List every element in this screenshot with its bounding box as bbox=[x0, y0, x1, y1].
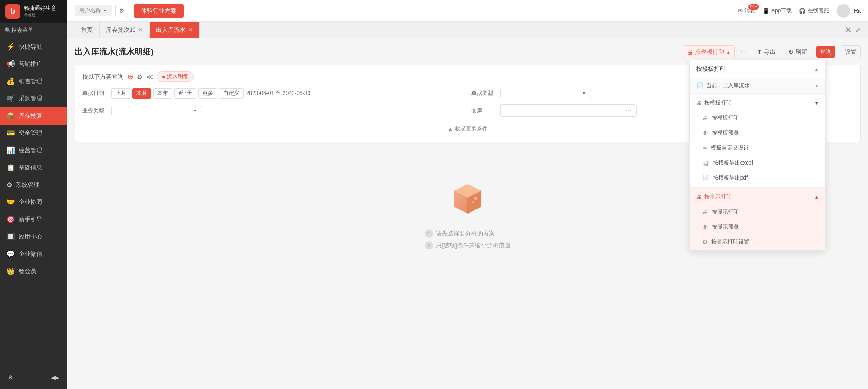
finance-icon: 💳 bbox=[6, 129, 15, 137]
warehouse-select[interactable]: ··· bbox=[500, 104, 637, 117]
template-preview-icon: 👁 bbox=[703, 130, 708, 136]
date-quick-buttons: 上月 本月 本年 近7天 更多 自定义 bbox=[111, 88, 244, 99]
print-chevron-up-icon: ▲ bbox=[726, 50, 731, 55]
topbar: 用户名称 ▼ ⚙ 体验行业方案 ✉ 消息 99+ 📱 App下载 🎧 在线客服 bbox=[67, 0, 868, 22]
search-settings-button[interactable]: ⚙ bbox=[137, 73, 143, 80]
message-icon: ✉ bbox=[738, 8, 743, 14]
date-btn-last-month[interactable]: 上月 bbox=[111, 88, 130, 99]
sidebar-item-finance[interactable]: 💳 资金管理 bbox=[0, 125, 67, 142]
dropdown-item-display-preview[interactable]: 👁 按显示预览 bbox=[690, 219, 825, 234]
refresh-button[interactable]: ↻ 刷新 bbox=[785, 46, 811, 58]
industry-solution-button[interactable]: 体验行业方案 bbox=[134, 4, 184, 18]
sidebar-item-vip[interactable]: 👑 畅会员 bbox=[0, 263, 67, 280]
date-btn-custom[interactable]: 自定义 bbox=[219, 88, 244, 99]
sidebar-item-search[interactable]: 🔍 搜索菜单 bbox=[0, 23, 67, 38]
dots-menu[interactable]: ··· bbox=[740, 48, 746, 56]
page-content: 出入库流水(流水明细) 🖨 按模板打印 ▲ 按模板打印 ▲ bbox=[67, 38, 868, 389]
sidebar-item-basic-info[interactable]: 📋 基础信息 bbox=[0, 159, 67, 176]
current-label-container: 📄 当前：出入库流水 bbox=[696, 82, 750, 90]
date-btn-more[interactable]: 更多 bbox=[198, 88, 217, 99]
sidebar-item-marketing[interactable]: 📢 营销推广 bbox=[0, 55, 67, 73]
print-dropdown-container: 🖨 按模板打印 ▲ 按模板打印 ▲ 📄 bbox=[683, 45, 735, 58]
tab-batch-close[interactable]: ✕ bbox=[138, 27, 143, 33]
type-select[interactable]: ▼ bbox=[500, 89, 591, 98]
user-selector[interactable]: 用户名称 ▼ bbox=[75, 5, 112, 16]
topbar-right: ✉ 消息 99+ 📱 App下载 🎧 在线客服 Rit bbox=[738, 4, 861, 18]
dropdown-item-template-print[interactable]: 🖨 按模板打印 bbox=[690, 110, 825, 125]
sidebar-item-inventory[interactable]: 📦 库存核算 bbox=[0, 107, 67, 125]
filter-tag-stream[interactable]: ● 流水明细 bbox=[157, 71, 194, 82]
sidebar-item-guide[interactable]: 🎯 新手引导 bbox=[0, 211, 67, 228]
dropdown-section-display-header[interactable]: 🖨 按显示打印 ▲ bbox=[690, 190, 825, 204]
topbar-left: 用户名称 ▼ ⚙ 体验行业方案 bbox=[75, 4, 738, 18]
empty-tip-1: 1 请先选择要分析的方案 bbox=[425, 229, 510, 238]
sidebar-item-app-center[interactable]: 🔲 应用中心 bbox=[0, 228, 67, 245]
basic-info-icon: 📋 bbox=[6, 164, 15, 172]
dropdown-item-display-settings[interactable]: ⚙ 按显示打印设置 bbox=[690, 234, 825, 249]
tabs-expand-button[interactable]: ⤢ bbox=[855, 26, 861, 34]
tabs-right-controls: ✕ ⤢ bbox=[845, 25, 861, 35]
date-btn-this-year[interactable]: 本年 bbox=[153, 88, 172, 99]
sidebar-item-quick-nav[interactable]: ⚡ 快捷导航 bbox=[0, 38, 67, 55]
date-control: 上月 本月 本年 近7天 更多 自定义 2023-06-01 至 2023-06… bbox=[111, 88, 464, 99]
search-collapse-button[interactable]: ≪ bbox=[146, 73, 153, 80]
wechat-icon: 💬 bbox=[6, 250, 15, 258]
gear-settings-button[interactable]: ⚙ bbox=[115, 5, 128, 17]
business-type-field: 业务类型 ▼ bbox=[82, 106, 464, 115]
date-btn-this-month[interactable]: 本月 bbox=[132, 88, 151, 99]
display-print-section-icon: 🖨 bbox=[696, 194, 702, 200]
business-type-control: ▼ bbox=[111, 106, 464, 115]
export-icon: ⬆ bbox=[757, 49, 762, 55]
dropdown-item-template-export-excel[interactable]: 📊 按模板导出excel bbox=[690, 155, 825, 170]
sidebar-settings-button[interactable]: ⚙ bbox=[6, 372, 15, 384]
main-content: 用户名称 ▼ ⚙ 体验行业方案 ✉ 消息 99+ 📱 App下载 🎧 在线客服 bbox=[67, 0, 868, 389]
display-settings-icon: ⚙ bbox=[703, 239, 708, 245]
tab-home[interactable]: 首页 bbox=[75, 22, 100, 38]
system-icon: ⚙ bbox=[6, 181, 12, 189]
sidebar-collapse-button[interactable]: ◀▶ bbox=[49, 372, 61, 384]
service-icon: 🎧 bbox=[799, 8, 806, 14]
page-title: 出入库流水(流水明细) bbox=[75, 46, 154, 57]
message-button[interactable]: ✉ 消息 99+ bbox=[738, 7, 755, 15]
search-add-button[interactable]: ⊕ bbox=[127, 72, 133, 81]
filter-tag-icon: ● bbox=[162, 74, 165, 80]
empty-tip-2: 2 用[选项]条件来缩小分析范围 bbox=[425, 241, 510, 249]
warehouse-dots[interactable]: ··· bbox=[626, 106, 632, 115]
dropdown-section-display: 🖨 按显示打印 ▲ 🖨 按显示打印 👁 按显 bbox=[690, 188, 825, 251]
settings-gear-icon: ⚙ bbox=[8, 374, 13, 381]
dropdown-item-template-preview[interactable]: 👁 按模板预览 bbox=[690, 125, 825, 140]
dropdown-current[interactable]: 📄 当前：出入库流水 ▼ bbox=[690, 78, 825, 94]
user-dropdown-icon: ▼ bbox=[103, 8, 107, 13]
dropdown-item-display-export-excel[interactable]: 📊 按显示导出excel bbox=[690, 249, 825, 251]
tab-batch[interactable]: 库存批次账 ✕ bbox=[100, 22, 150, 38]
sidebar-item-purchase[interactable]: 🛒 采购管理 bbox=[0, 90, 67, 107]
export-button[interactable]: ⬆ 导出 bbox=[753, 46, 779, 58]
tabs-close-all-button[interactable]: ✕ bbox=[845, 25, 852, 35]
print-icon: 🖨 bbox=[687, 49, 693, 55]
print-template-button[interactable]: 🖨 按模板打印 ▲ bbox=[683, 45, 735, 58]
sidebar-item-cooperation[interactable]: 🤝 企业协同 bbox=[0, 194, 67, 211]
tab-flow-close[interactable]: ✕ bbox=[188, 27, 193, 33]
template-print-icon: 🖨 bbox=[696, 100, 702, 106]
query-button[interactable]: 查询 bbox=[816, 46, 835, 58]
sidebar-item-wechat[interactable]: 💬 企业微信 bbox=[0, 245, 67, 263]
guide-icon: 🎯 bbox=[6, 215, 15, 224]
sidebar-bottom: ⚙ ◀▶ bbox=[0, 366, 67, 389]
sidebar-item-system[interactable]: ⚙ 系统管理 bbox=[0, 176, 67, 194]
page-actions: 🖨 按模板打印 ▲ 按模板打印 ▲ 📄 bbox=[683, 45, 861, 58]
app-download-button[interactable]: 📱 App下载 bbox=[763, 7, 792, 15]
settings-button[interactable]: 设置 bbox=[841, 45, 861, 58]
sidebar-item-operations[interactable]: 📊 经营管理 bbox=[0, 142, 67, 159]
user-profile-button[interactable]: Rit bbox=[837, 4, 861, 18]
page-header: 出入库流水(流水明细) 🖨 按模板打印 ▲ 按模板打印 ▲ bbox=[75, 45, 861, 58]
tab-flow[interactable]: 出入库流水 ✕ bbox=[150, 22, 200, 38]
dropdown-item-template-custom[interactable]: ✏ 模板自定义设计 bbox=[690, 140, 825, 155]
dropdown-item-template-export-pdf[interactable]: 📄 按模板导出pdf bbox=[690, 170, 825, 185]
date-btn-7days[interactable]: 近7天 bbox=[174, 88, 196, 99]
online-service-button[interactable]: 🎧 在线客服 bbox=[799, 7, 829, 15]
sidebar-item-sales[interactable]: 💰 销售管理 bbox=[0, 73, 67, 90]
display-preview-icon: 👁 bbox=[703, 224, 708, 230]
business-type-select[interactable]: ▼ bbox=[111, 106, 202, 115]
dropdown-item-display-print[interactable]: 🖨 按显示打印 bbox=[690, 204, 825, 219]
dropdown-section-template-header[interactable]: 🖨 按模板打印 ▼ bbox=[690, 95, 825, 110]
